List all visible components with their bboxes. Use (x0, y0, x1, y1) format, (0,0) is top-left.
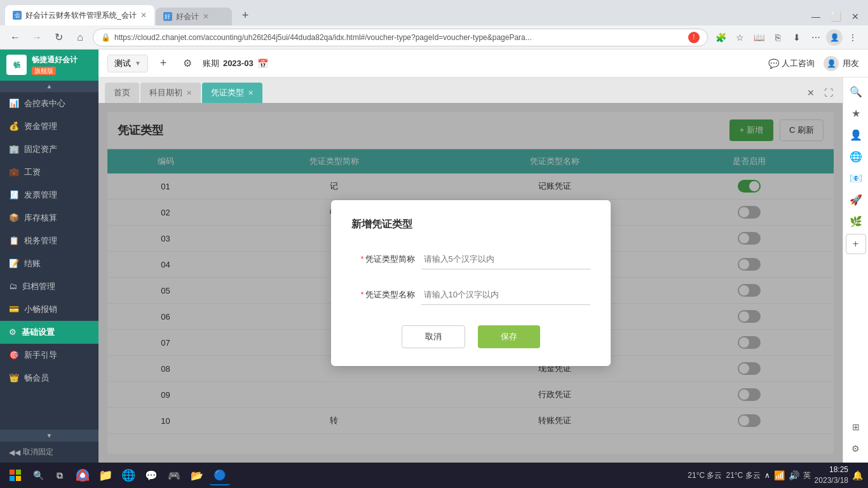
expense-icon: 💳 (9, 304, 19, 314)
reading-icon[interactable]: 📖 (750, 29, 768, 46)
sidebar-scroll-down[interactable]: ▼ (0, 430, 98, 441)
taskbar-notification[interactable]: 🔔 (852, 470, 863, 480)
address-bar[interactable]: 🔒 https://cloud2.chanjet.com/accounting/… (93, 29, 708, 46)
taskbar-volume-icon: 🔊 (789, 470, 799, 480)
cancel-button[interactable]: 取消 (402, 325, 465, 348)
svg-rect-2 (10, 476, 15, 481)
sidebar-item-funds[interactable]: 💰 资金管理 (0, 115, 98, 138)
browser-tab-2[interactable]: 好 好会计 ✕ (156, 8, 232, 25)
right-add-icon[interactable]: + (846, 234, 866, 254)
tab-voucher-type[interactable]: 凭证类型 ✕ (202, 83, 262, 103)
sidebar-item-expense[interactable]: 💳 小畅报销 (0, 298, 98, 321)
taskbar-time: 18:25 (815, 464, 848, 475)
sidebar-item-checkout[interactable]: 📝 结账 (0, 252, 98, 275)
company-selector[interactable]: 测试 ▼ (107, 55, 148, 72)
minimize-icon[interactable]: — (808, 11, 824, 22)
tab1-favicon: 会 (13, 11, 22, 20)
taskbar-edge2[interactable]: 🔵 (210, 465, 230, 485)
tab-subjects-label: 科目期初 (149, 87, 182, 98)
taskbar-edge[interactable]: 🌐 (118, 465, 139, 485)
right-star-icon[interactable]: ★ (846, 103, 866, 123)
right-user-icon[interactable]: 👤 (846, 125, 866, 145)
period-calendar-icon[interactable]: 📅 (257, 58, 268, 69)
guide-label: 新手引导 (24, 349, 57, 361)
save-button[interactable]: 保存 (478, 325, 540, 348)
taskbar-date: 2023/3/18 (815, 475, 848, 486)
taskbar-up-icon[interactable]: ∧ (764, 471, 770, 480)
sidebar-scroll-up[interactable]: ▲ (0, 81, 98, 92)
right-send-icon[interactable]: 🚀 (846, 189, 866, 210)
modal-form: * 凭证类型简称 * 凭证类型名称 (351, 249, 590, 305)
settings-header-button[interactable]: ⚙ (179, 55, 196, 72)
user-info[interactable]: 👤 用友 (824, 56, 859, 71)
right-grid-icon[interactable]: ⊞ (846, 417, 866, 437)
split-icon[interactable]: ⎘ (769, 29, 787, 46)
sidebar-item-salary[interactable]: 💼 工资 (0, 161, 98, 184)
logo-badge: 旗舰版 (32, 67, 56, 75)
start-button[interactable] (5, 465, 25, 485)
tab-home[interactable]: 首页 (105, 83, 139, 103)
sidebar-item-archive[interactable]: 🗂 归档管理 (0, 275, 98, 298)
close-icon[interactable]: ✕ (848, 11, 863, 22)
tab-voucher-close[interactable]: ✕ (248, 89, 254, 97)
consultation-btn[interactable]: 💬 人工咨询 (768, 58, 815, 69)
taskbar-search[interactable]: 🔍 (29, 466, 47, 484)
tab-collapse-icon[interactable]: ✕ (803, 85, 818, 100)
main-content: 测试 ▼ + ⚙ 账期 2023-03 📅 💬 人工咨询 👤 用友 (98, 50, 868, 463)
sidebar-item-member[interactable]: 👑 畅会员 (0, 367, 98, 390)
nav-back[interactable]: ← (6, 29, 24, 46)
nav-home[interactable]: ⌂ (71, 29, 89, 46)
save-icon[interactable]: ⬇ (788, 29, 806, 46)
right-mail-icon[interactable]: 📧 (846, 168, 866, 188)
tab-subjects-close[interactable]: ✕ (186, 89, 192, 97)
new-tab-button[interactable]: + (236, 5, 255, 25)
nav-refresh[interactable]: ↻ (50, 29, 67, 46)
sidebar-collapse[interactable]: ◀◀ 取消固定 (0, 441, 98, 463)
sidebar-item-guide[interactable]: 🎯 新手引导 (0, 344, 98, 367)
notification-icon[interactable]: ! (688, 32, 700, 43)
sidebar-item-tax[interactable]: 📋 税务管理 (0, 229, 98, 252)
taskbar-wechat[interactable]: 💬 (141, 465, 161, 485)
browser-chrome: 会 好会计云财务软件管理系统_会计 ✕ 好 好会计 ✕ + — ⬜ ✕ (0, 0, 868, 25)
app-header: 测试 ▼ + ⚙ 账期 2023-03 📅 💬 人工咨询 👤 用友 (98, 50, 868, 78)
right-globe-icon[interactable]: 🌐 (846, 146, 866, 166)
sidebar-item-invoice[interactable]: 🧾 发票管理 (0, 184, 98, 207)
more-icon[interactable]: ⋯ (807, 29, 825, 46)
company-name: 测试 (114, 58, 131, 69)
address-text: https://cloud2.chanjet.com/accounting/uh… (114, 33, 684, 42)
archive-icon: 🗂 (9, 281, 17, 291)
tab-home-label: 首页 (114, 87, 130, 98)
taskbar-app5[interactable]: 🎮 (164, 465, 184, 485)
tab1-close[interactable]: ✕ (140, 11, 147, 20)
name-input[interactable] (421, 285, 590, 305)
taskbar-wifi-icon: 📶 (774, 470, 785, 480)
sidebar-item-dashboard[interactable]: 📊 会控表中心 (0, 92, 98, 115)
guide-icon: 🎯 (9, 350, 19, 360)
taskbar-file-explorer[interactable]: 📁 (95, 465, 116, 485)
abbr-input[interactable] (421, 249, 590, 269)
browser-menu-icon[interactable]: ⋮ (844, 29, 862, 46)
inventory-label: 库存核算 (24, 212, 57, 224)
sidebar-item-inventory[interactable]: 📦 库存核算 (0, 207, 98, 229)
extensions-icon[interactable]: 🧩 (712, 29, 729, 46)
settings-icon: ⚙ (9, 327, 17, 337)
maximize-icon[interactable]: ⬜ (827, 11, 845, 22)
favorites-icon[interactable]: ☆ (731, 29, 749, 46)
right-search-icon[interactable]: 🔍 (846, 81, 866, 102)
sidebar-item-fixed-assets[interactable]: 🏢 固定资产 (0, 138, 98, 161)
tab-expand-icon[interactable]: ⛶ (821, 85, 836, 100)
name-label: * 凭证类型名称 (351, 289, 415, 301)
taskbar-task-view[interactable]: ⧉ (51, 466, 69, 484)
right-leaf-icon[interactable]: 🌿 (846, 211, 866, 231)
tab-subjects[interactable]: 科目期初 ✕ (140, 83, 201, 103)
period-value: 2023-03 (223, 58, 254, 68)
sidebar-item-settings[interactable]: ⚙ 基础设置 (0, 321, 98, 344)
right-settings-icon[interactable]: ⚙ (846, 438, 866, 459)
user-profile-icon[interactable]: 👤 (826, 29, 843, 46)
tab2-close[interactable]: ✕ (203, 12, 209, 21)
taskbar-chrome[interactable] (72, 465, 93, 485)
add-company-button[interactable]: + (154, 55, 172, 72)
taskbar-app6[interactable]: 📂 (187, 465, 207, 485)
browser-tab-1[interactable]: 会 好会计云财务软件管理系统_会计 ✕ (5, 5, 154, 25)
nav-forward[interactable]: → (28, 29, 46, 46)
